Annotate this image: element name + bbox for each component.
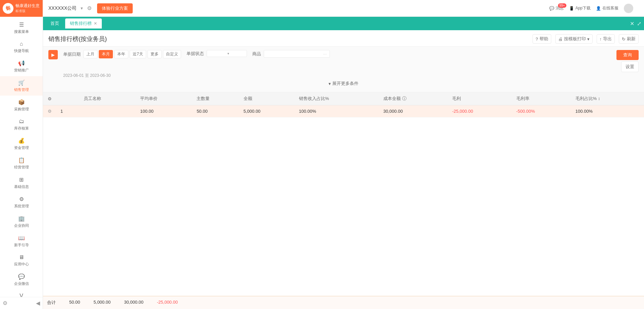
row-gross-ratio: 100.00%: [571, 105, 644, 117]
company-gear-icon[interactable]: ⚙: [87, 5, 92, 11]
row-gear-icon[interactable]: ⚙: [43, 105, 56, 117]
table-row: ⚙ 1 100.00 50.00 5,000.00 100.00% 30,000…: [43, 105, 644, 117]
message-badge: 99+: [558, 3, 566, 8]
sidebar-icon-search-order: ☰: [19, 21, 24, 28]
col-header-employee: 员工名称: [80, 92, 136, 105]
date-btn-custom[interactable]: 自定义: [163, 50, 181, 58]
sidebar-nav: ☰搜索菜单⌂快捷导航📢营销推广🛒销售管理📦采购管理🗂库存核算💰资金管理📋经营管理…: [0, 17, 43, 297]
sidebar-item-basic-info[interactable]: ⊞基础信息: [0, 173, 43, 193]
date-btn-this-month[interactable]: 本月: [99, 50, 113, 58]
col-header-settings[interactable]: ⚙: [43, 92, 56, 105]
sidebar-icon-sys-mgmt: ⚙: [19, 196, 24, 202]
sidebar-label-operations: 经营管理: [14, 165, 29, 170]
app-title: 畅康通好生意: [15, 3, 40, 9]
goods-dots-icon[interactable]: ···: [323, 51, 327, 56]
close-window-icon[interactable]: ✕: [630, 20, 634, 27]
col-header-cost-total: 成本全额 ⓘ: [379, 92, 448, 105]
close-tab-icon[interactable]: ✕: [94, 21, 97, 26]
sidebar-label-enterprise-collab: 企业协同: [14, 223, 29, 228]
sidebar-icon-guide: 📖: [18, 235, 25, 241]
app-download-btn[interactable]: 📱 App下载: [569, 5, 591, 11]
collapse-sidebar-icon[interactable]: ◀: [36, 300, 40, 306]
col-header-gross: 毛利: [448, 92, 512, 105]
sidebar-item-marketing[interactable]: 📢营销推广: [0, 57, 43, 76]
export-btn[interactable]: ↑ 导出: [597, 34, 615, 44]
sidebar-icon-sales-mgmt: 🛒: [18, 80, 25, 86]
sidebar-icon-purchase-mgmt: 📦: [18, 99, 25, 105]
sidebar-item-enterprise-collab[interactable]: 🏢企业协同: [0, 212, 43, 231]
app-logo: 畅: [3, 3, 13, 14]
table-summary-footer: 合计 50.00 5,000.00 30,000.00 -25,000.00: [43, 296, 644, 309]
row-sales-ratio: 100.00%: [295, 105, 379, 117]
sidebar-item-operations[interactable]: 📋经营管理: [0, 154, 43, 173]
tab-sales-ranking[interactable]: 销售排行榜 ✕: [65, 18, 102, 29]
date-filter: 单据日期 上月 本月 本年 近7天 更多 自定义: [63, 50, 181, 58]
row-cost-total: 30,000.00: [379, 105, 448, 117]
goods-input[interactable]: [267, 51, 323, 56]
status-filter-label: 单据状态: [186, 51, 204, 57]
sidebar-label-guide: 新手引导: [14, 243, 29, 248]
print-dropdown-icon: ▾: [587, 37, 590, 42]
service-label: 在线客服: [602, 5, 618, 11]
sidebar-icon-operations: 📋: [18, 157, 25, 163]
sidebar-item-search-order[interactable]: ☰搜索菜单: [0, 18, 43, 38]
expand-down-icon: ▾: [329, 81, 331, 86]
status-filter: 单据状态 ▾: [186, 50, 247, 57]
sidebar-item-enterprise-wechat[interactable]: 💬企业微信: [0, 270, 43, 290]
expand-filters-btn[interactable]: ▾ 展开更多条件: [329, 81, 358, 87]
sidebar-item-quick-nav[interactable]: ⌂快捷导航: [0, 38, 43, 57]
sidebar-header: 畅 畅康通好生意 标准版: [0, 0, 43, 17]
date-btn-prev-month[interactable]: 上月: [83, 50, 97, 58]
sidebar-item-sales-mgmt[interactable]: 🛒销售管理: [0, 76, 43, 96]
date-btn-more[interactable]: 更多: [147, 50, 162, 58]
sidebar-item-purchase-mgmt[interactable]: 📦采购管理: [0, 96, 43, 115]
sidebar-item-inventory[interactable]: 🗂库存核算: [0, 115, 43, 134]
status-dropdown-icon: ▾: [227, 52, 244, 55]
topbar: XXXXXX公司 ▾ ⚙ 体验行业方案 💬 消息 99+ 📱 App下载 👤 在…: [43, 0, 644, 17]
sidebar-icon-enterprise-collab: 🏢: [18, 215, 25, 222]
filter-toggle-btn[interactable]: ▶: [48, 50, 58, 59]
sidebar-item-app-center[interactable]: 🖥应用中心: [0, 251, 43, 270]
company-name: XXXXXX公司: [48, 5, 77, 11]
trial-btn[interactable]: 体验行业方案: [97, 3, 133, 13]
sidebar-item-sys-mgmt[interactable]: ⚙系统管理: [0, 193, 43, 212]
filter-settings-btn[interactable]: 设置: [621, 61, 639, 72]
refresh-btn[interactable]: ↻ 刷新: [619, 34, 639, 44]
date-range-options: 上月 本月 本年 近7天 更多 自定义: [83, 50, 181, 58]
sidebar-item-guide[interactable]: 📖新手引导: [0, 231, 43, 251]
sidebar-label-quick-nav: 快捷导航: [14, 48, 29, 53]
date-btn-7days[interactable]: 近7天: [130, 50, 146, 58]
sidebar-item-finance[interactable]: 💰资金管理: [0, 134, 43, 154]
message-btn[interactable]: 💬 消息 99+: [549, 5, 564, 11]
row-gross-rate: -500.00%: [512, 105, 571, 117]
topbar-right: 💬 消息 99+ 📱 App下载 👤 在线客服: [549, 4, 639, 13]
query-btn[interactable]: 查询: [616, 50, 639, 60]
sidebar-icon-app-center: 🖥: [19, 254, 24, 260]
goods-filter-label: 商品: [252, 51, 261, 57]
main-area: XXXXXX公司 ▾ ⚙ 体验行业方案 💬 消息 99+ 📱 App下载 👤 在…: [43, 0, 644, 309]
sidebar-label-finance: 资金管理: [14, 145, 29, 150]
sidebar-icon-enterprise-wechat: 💬: [18, 273, 25, 280]
settings-footer-icon[interactable]: ⚙: [3, 300, 7, 306]
goods-filter: 商品 ···: [252, 50, 330, 58]
online-service-btn[interactable]: 👤 在线客服: [596, 5, 618, 11]
user-avatar[interactable]: [624, 4, 633, 13]
date-btn-this-year[interactable]: 本年: [114, 50, 128, 58]
footer-gross: -25,000.00: [157, 300, 178, 306]
restore-window-icon[interactable]: ⤢: [637, 20, 641, 27]
status-select[interactable]: ▾: [207, 50, 247, 57]
sidebar-icon-quick-nav: ⌂: [20, 41, 23, 47]
help-btn[interactable]: ? 帮助: [532, 34, 551, 44]
company-dropdown-icon[interactable]: ▾: [81, 6, 83, 11]
col-header-rank: [56, 92, 80, 105]
tab-home[interactable]: 首页: [46, 18, 64, 29]
content-area: 销售排行榜(按业务员) ? 帮助 🖨 按模板打印 ▾ ↑ 导出 ↻ 刷新: [43, 30, 644, 309]
expand-filters-label: 展开更多条件: [332, 81, 358, 87]
sidebar-item-member[interactable]: V畅会员: [0, 290, 43, 297]
row-rank: 1: [56, 105, 80, 117]
col-header-avg-price: 平均单价: [136, 92, 192, 105]
col-header-gross-rate: 毛利率: [512, 92, 571, 105]
row-employee: [80, 105, 136, 117]
footer-cost-total: 30,000.00: [124, 300, 143, 306]
print-btn[interactable]: 🖨 按模板打印 ▾: [555, 34, 593, 44]
